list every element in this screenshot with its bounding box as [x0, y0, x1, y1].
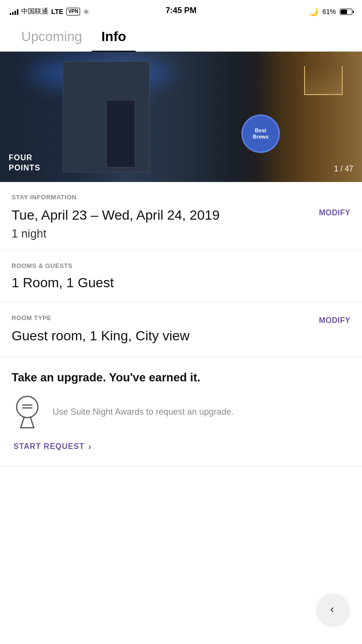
upgrade-description: Use Suite Night Awards to request an upg… [53, 406, 234, 419]
do-not-disturb-icon: 🌙 [309, 7, 319, 16]
start-request-button[interactable]: START REQUEST › [12, 442, 350, 452]
room-type-section: ROOM TYPE Guest room, 1 King, City view … [0, 303, 362, 357]
status-right: 🌙 61% [309, 7, 352, 16]
svg-point-0 [17, 396, 38, 418]
room-type-row: ROOM TYPE Guest room, 1 King, City view … [12, 314, 350, 345]
stay-nights: 1 night [12, 227, 220, 240]
stay-information-section: Stay Information Tue, April 23 – Wed, Ap… [0, 182, 362, 251]
rooms-guests-label: ROOMS & GUESTS [12, 262, 350, 269]
modify-stay-button[interactable]: MODIFY [319, 207, 350, 217]
back-chevron-icon: ‹ [330, 602, 334, 616]
award-icon [12, 394, 43, 430]
time-label: 7:45 PM [166, 6, 196, 15]
image-counter: 1 / 47 [334, 165, 353, 173]
battery-percent: 61% [322, 8, 336, 15]
four-points-logo: FOUR POINTS [9, 153, 41, 173]
battery-icon [340, 9, 352, 15]
best-brews-sign: Best Brews [241, 114, 280, 153]
svg-line-3 [21, 417, 24, 428]
vpn-badge: VPN [66, 8, 80, 15]
hotel-photo: Best Brews FOUR POINTS 1 / 47 [0, 52, 362, 182]
signal-icon [10, 8, 18, 15]
upgrade-section: Take an upgrade. You've earned it. U [0, 357, 362, 467]
status-bar: 中国联通 LTE VPN ✳ 7:45 PM 🌙 61% [0, 0, 362, 21]
modify-room-button[interactable]: MODIFY [319, 314, 350, 325]
main-content: Stay Information Tue, April 23 – Wed, Ap… [0, 182, 362, 467]
tab-bar: Upcoming Info [0, 21, 362, 52]
stay-dates-details: Tue, April 23 – Wed, April 24, 2019 1 ni… [12, 207, 220, 240]
carrier-label: 中国联通 [21, 7, 48, 16]
rooms-guests-value: 1 Room, 1 Guest [12, 275, 350, 291]
stay-dates-row: Tue, April 23 – Wed, April 24, 2019 1 ni… [12, 207, 350, 240]
room-type-value: Guest room, 1 King, City view [12, 327, 190, 345]
network-label: LTE [51, 8, 63, 15]
building-graphic: Best Brews [0, 52, 362, 182]
tab-upcoming[interactable]: Upcoming [12, 21, 92, 51]
activity-icon: ✳ [83, 7, 89, 16]
room-type-label: ROOM TYPE [12, 314, 190, 322]
back-button[interactable]: ‹ [318, 594, 348, 625]
chevron-right-icon: › [88, 442, 92, 452]
stay-info-label: Stay Information [12, 194, 350, 201]
upgrade-body: Use Suite Night Awards to request an upg… [12, 394, 350, 430]
rooms-guests-section: ROOMS & GUESTS 1 Room, 1 Guest [0, 251, 362, 303]
stay-dates: Tue, April 23 – Wed, April 24, 2019 [12, 207, 220, 224]
upgrade-title: Take an upgrade. You've earned it. [12, 371, 350, 384]
room-type-details: ROOM TYPE Guest room, 1 King, City view [12, 314, 190, 345]
status-left: 中国联通 LTE VPN ✳ [10, 7, 89, 16]
svg-line-4 [30, 417, 34, 428]
tab-info[interactable]: Info [92, 21, 136, 51]
